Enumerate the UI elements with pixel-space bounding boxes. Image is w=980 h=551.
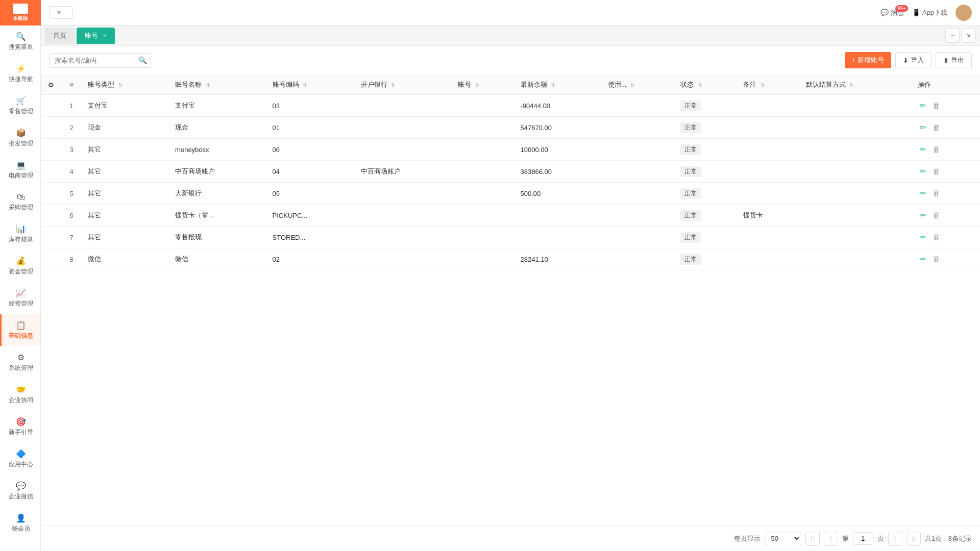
sidebar-item-3[interactable]: 📦批发管理: [0, 122, 40, 154]
col-type[interactable]: 账号类型 ⇅: [82, 75, 169, 95]
edit-button-6[interactable]: ✏: [918, 232, 928, 243]
row-settlement-4: [800, 183, 912, 205]
delete-button-5[interactable]: 🗑: [930, 210, 942, 220]
row-balance-0: -90444.00: [514, 95, 602, 117]
row-settlement-5: [800, 205, 912, 227]
delete-button-2[interactable]: 🗑: [930, 144, 942, 155]
row-balance-6: [514, 227, 602, 248]
row-balance-1: 547670.00: [514, 117, 602, 139]
page-size-select[interactable]: 50 100 200: [765, 532, 801, 545]
col-remark[interactable]: 备注 ⇅: [737, 75, 800, 95]
edit-button-0[interactable]: ✏: [918, 100, 928, 111]
app-download-button[interactable]: 📱 App下载: [912, 8, 947, 17]
col-settings[interactable]: ⚙: [41, 75, 61, 95]
toolbar-left: 🔍: [49, 53, 151, 68]
sidebar-item-13[interactable]: 🔷应用中心: [0, 443, 40, 475]
row-name-7: 微信: [169, 248, 266, 270]
sidebar-label-15: 畅会员: [12, 525, 30, 532]
sidebar-icon-14: 💬: [4, 481, 38, 491]
sidebar-label-14: 企业微信: [9, 493, 33, 500]
export-icon: ⬆: [943, 57, 949, 64]
tab-1[interactable]: 账号×: [77, 28, 115, 44]
next-page-button[interactable]: ⟩: [888, 532, 902, 546]
sidebar-label-13: 应用中心: [9, 461, 33, 468]
sidebar-item-0[interactable]: 🔍搜索菜单: [0, 26, 40, 58]
edit-button-1[interactable]: ✏: [918, 122, 928, 133]
tab-0[interactable]: 首页: [45, 28, 75, 44]
delete-button-4[interactable]: 🗑: [930, 188, 942, 198]
sidebar-item-6[interactable]: 📊库存核算: [0, 218, 40, 250]
row-remark-0: [737, 95, 800, 117]
sidebar-item-5[interactable]: 🛍采购管理: [0, 186, 40, 218]
sidebar-item-7[interactable]: 💰资金管理: [0, 250, 40, 282]
app-label: App下载: [922, 8, 947, 17]
sidebar-icon-7: 💰: [4, 256, 38, 266]
col-code[interactable]: 账号编码 ⇅: [266, 75, 355, 95]
row-settlement-1: [800, 117, 912, 139]
row-use-0: [602, 95, 675, 117]
delete-button-3[interactable]: 🗑: [930, 166, 942, 177]
last-page-button[interactable]: ⟩⟩: [906, 532, 921, 546]
edit-button-3[interactable]: ✏: [918, 166, 928, 177]
tab-actions: － ×: [945, 29, 976, 43]
sidebar-item-10[interactable]: ⚙系统管理: [0, 346, 40, 379]
tab-label-0: 首页: [53, 31, 66, 40]
sidebar-item-2[interactable]: 🛒零售管理: [0, 90, 40, 122]
tab-minimize-button[interactable]: －: [945, 29, 960, 43]
export-button[interactable]: ⬆ 导出: [936, 52, 972, 68]
delete-button-7[interactable]: 🗑: [930, 254, 942, 264]
row-action-1: ✏ 🗑: [912, 117, 980, 139]
row-index-5: 6: [61, 205, 82, 227]
edit-button-2[interactable]: ✏: [918, 144, 928, 155]
breadcrumb-select[interactable]: ▼: [49, 6, 73, 19]
sidebar-label-8: 经营管理: [9, 300, 33, 307]
row-status-0: 正常: [674, 95, 737, 117]
col-status[interactable]: 状态 ⇅: [674, 75, 737, 95]
row-name-3: 中百商场账户: [169, 161, 266, 183]
total-info: 共1页，8条记录: [925, 534, 972, 543]
first-page-button[interactable]: ⟨⟨: [805, 532, 820, 546]
edit-button-4[interactable]: ✏: [918, 188, 928, 199]
col-use[interactable]: 使用... ⇅: [602, 75, 675, 95]
sidebar-item-8[interactable]: 📈经营管理: [0, 282, 40, 314]
message-button[interactable]: 💬 消息 99+: [880, 8, 904, 17]
sidebar-item-12[interactable]: 🎯新手引导: [0, 411, 40, 443]
row-remark-7: [737, 248, 800, 270]
row-bank-7: [355, 248, 452, 270]
sidebar-nav: 🔍搜索菜单⚡快捷导航🛒零售管理📦批发管理💻电商管理🛍采购管理📊库存核算💰资金管理…: [0, 26, 40, 551]
col-bank[interactable]: 开户银行 ⇅: [355, 75, 452, 95]
row-index-0: 1: [61, 95, 82, 117]
row-account-6: [452, 227, 514, 248]
sidebar-item-14[interactable]: 💬企业微信: [0, 475, 40, 507]
avatar[interactable]: [955, 5, 972, 21]
tab-close-button[interactable]: ×: [962, 29, 976, 43]
page-word: 第: [842, 534, 849, 543]
search-input[interactable]: [49, 53, 151, 68]
col-name[interactable]: 账号名称 ⇅: [169, 75, 266, 95]
add-account-button[interactable]: + 新增账号: [845, 52, 891, 68]
col-balance[interactable]: 最新余额 ⇅: [514, 75, 602, 95]
row-name-5: 提货卡（零...: [169, 205, 266, 227]
sidebar-item-1[interactable]: ⚡快捷导航: [0, 58, 40, 90]
edit-button-5[interactable]: ✏: [918, 210, 928, 221]
delete-button-1[interactable]: 🗑: [930, 122, 942, 133]
col-account[interactable]: 账号 ⇅: [452, 75, 514, 95]
delete-button-6[interactable]: 🗑: [930, 232, 942, 242]
import-button[interactable]: ⬇ 导入: [895, 52, 932, 68]
col-settlement[interactable]: 默认结算方式 ⇅: [800, 75, 912, 95]
tab-close-1[interactable]: ×: [103, 32, 107, 39]
sidebar-item-11[interactable]: 🤝企业协同: [0, 379, 40, 411]
row-settings-2: [41, 139, 61, 161]
sidebar-item-15[interactable]: 👤畅会员: [0, 507, 40, 539]
delete-button-0[interactable]: 🗑: [930, 100, 942, 111]
row-settings-6: [41, 227, 61, 248]
toolbar-right: + 新增账号 ⬇ 导入 ⬆ 导出: [845, 52, 972, 68]
sidebar-item-9[interactable]: 📋基础信息: [0, 314, 40, 346]
sidebar-item-4[interactable]: 💻电商管理: [0, 154, 40, 186]
row-balance-5: [514, 205, 602, 227]
row-account-1: [452, 117, 514, 139]
prev-page-button[interactable]: ⟨: [824, 532, 838, 546]
sidebar-icon-8: 📈: [4, 288, 38, 298]
page-input[interactable]: 1: [853, 532, 873, 545]
edit-button-7[interactable]: ✏: [918, 254, 928, 265]
